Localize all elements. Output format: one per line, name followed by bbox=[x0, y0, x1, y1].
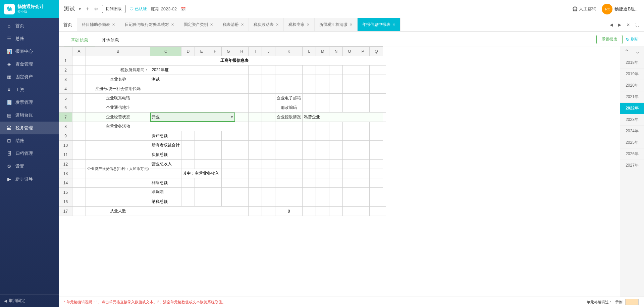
cell-12-l[interactable] bbox=[303, 160, 316, 169]
cell-7-b[interactable]: 企业经营状态 bbox=[86, 113, 150, 122]
cell-2-o[interactable] bbox=[356, 65, 370, 75]
col-header-n[interactable]: N bbox=[329, 47, 343, 56]
tab-close-aux[interactable]: ✕ bbox=[112, 23, 115, 27]
cell-4-m[interactable] bbox=[329, 84, 343, 94]
cell-10-q[interactable] bbox=[370, 141, 383, 150]
cell-14-o[interactable] bbox=[343, 178, 356, 188]
cell-2-p[interactable] bbox=[370, 65, 383, 75]
row-num-3[interactable]: 3 bbox=[59, 75, 72, 84]
cell-10-p[interactable] bbox=[356, 141, 370, 150]
cell-17-q[interactable] bbox=[383, 207, 386, 216]
row-num-14[interactable]: 14 bbox=[59, 178, 72, 188]
cell-3-k[interactable] bbox=[303, 75, 316, 84]
tab-prev-button[interactable]: ◀ bbox=[608, 21, 615, 29]
cell-5-k[interactable] bbox=[303, 94, 316, 103]
cell-4-k[interactable] bbox=[303, 84, 316, 94]
cell-11-f[interactable] bbox=[208, 150, 222, 160]
cell-7-k[interactable]: 私营企业 bbox=[303, 113, 383, 122]
cell-1-a[interactable] bbox=[72, 56, 86, 65]
cell-16-m[interactable] bbox=[316, 197, 329, 207]
cell-6-c[interactable] bbox=[150, 103, 235, 113]
cell-14-d[interactable] bbox=[181, 178, 195, 188]
cell-9-i[interactable] bbox=[249, 131, 262, 141]
cell-1-title[interactable]: 工商年报信息表 bbox=[86, 56, 383, 65]
cell-15-o[interactable] bbox=[343, 188, 356, 197]
cell-13-g[interactable] bbox=[222, 169, 235, 178]
cell-4-c[interactable] bbox=[150, 84, 235, 94]
cell-7-i[interactable] bbox=[262, 113, 275, 122]
cell-12-f[interactable] bbox=[208, 160, 222, 169]
year-item-2019[interactable]: 2019年 bbox=[620, 69, 644, 80]
row-num-4[interactable]: 4 bbox=[59, 84, 72, 94]
cell-6-q[interactable] bbox=[383, 103, 386, 113]
cell-2-k[interactable] bbox=[303, 65, 316, 75]
cell-12-e[interactable] bbox=[195, 160, 208, 169]
cell-8-q[interactable] bbox=[383, 122, 386, 131]
cell-15-h[interactable] bbox=[235, 188, 249, 197]
col-header-m[interactable]: M bbox=[316, 47, 329, 56]
cell-11-g[interactable] bbox=[222, 150, 235, 160]
cell-14-n[interactable] bbox=[329, 178, 343, 188]
cell-6-p[interactable] bbox=[370, 103, 383, 113]
cell-12-c[interactable]: 营业总收入 bbox=[150, 160, 181, 169]
refresh-button[interactable]: ↻ 刷新 bbox=[626, 37, 639, 42]
cell-17-h[interactable] bbox=[249, 207, 262, 216]
cell-15-m[interactable] bbox=[316, 188, 329, 197]
cell-6-g[interactable] bbox=[235, 103, 249, 113]
row-num-9[interactable]: 9 bbox=[59, 131, 72, 141]
cell-9-g[interactable] bbox=[222, 131, 235, 141]
sidebar-item-close[interactable]: ⊟ 结账 bbox=[0, 134, 59, 147]
col-header-l[interactable]: L bbox=[303, 47, 316, 56]
cell-9-a[interactable] bbox=[72, 131, 86, 141]
cell-10-e[interactable] bbox=[195, 141, 208, 150]
cell-14-g[interactable] bbox=[222, 178, 235, 188]
sidebar-item-settings[interactable]: ⚙ 设置 bbox=[0, 160, 59, 173]
cell-10-h[interactable] bbox=[235, 141, 249, 150]
calendar-icon[interactable]: 📅 bbox=[181, 7, 186, 11]
cell-8-m[interactable] bbox=[329, 122, 343, 131]
row-num-10[interactable]: 10 bbox=[59, 141, 72, 150]
cell-11-b[interactable] bbox=[86, 150, 150, 160]
cell-14-a[interactable] bbox=[72, 178, 86, 188]
tab-close-income[interactable]: ✕ bbox=[350, 23, 353, 27]
cell-4-l[interactable] bbox=[316, 84, 329, 94]
cell-10-i[interactable] bbox=[249, 141, 262, 150]
cell-11-k[interactable] bbox=[275, 150, 303, 160]
cell-4-p[interactable] bbox=[370, 84, 383, 94]
cell-14-q[interactable] bbox=[370, 178, 383, 188]
cell-4-a[interactable] bbox=[72, 84, 86, 94]
user-menu[interactable]: Rit 畅捷通B组... bbox=[602, 4, 639, 14]
cell-17-g[interactable] bbox=[235, 207, 249, 216]
cell-12-q[interactable] bbox=[370, 160, 383, 169]
unpin-button[interactable]: ◀ 取消固定 bbox=[0, 294, 59, 307]
cell-5-m[interactable] bbox=[329, 94, 343, 103]
cell-6-o[interactable] bbox=[356, 103, 370, 113]
tab-expand-button[interactable]: ⛶ bbox=[633, 21, 641, 29]
cell-2-q[interactable] bbox=[383, 65, 386, 75]
service-button[interactable]: 🎧 人工咨询 bbox=[572, 6, 596, 12]
cell-6-b[interactable]: 企业通信地址 bbox=[86, 103, 150, 113]
cell-12-j[interactable] bbox=[262, 160, 275, 169]
cell-17-n[interactable] bbox=[343, 207, 356, 216]
cell-3-h[interactable] bbox=[249, 75, 262, 84]
year-item-2023[interactable]: 2023年 bbox=[620, 114, 644, 126]
cell-13-o[interactable] bbox=[343, 169, 356, 178]
cell-2-l[interactable] bbox=[316, 65, 329, 75]
cell-15-j[interactable] bbox=[262, 188, 275, 197]
cell-17-l[interactable] bbox=[316, 207, 329, 216]
cell-16-g[interactable] bbox=[222, 197, 235, 207]
cell-3-c[interactable]: 测试 bbox=[150, 75, 235, 84]
tab-home[interactable]: 首页 bbox=[59, 18, 77, 31]
cell-16-k[interactable] bbox=[275, 197, 303, 207]
cell-11-i[interactable] bbox=[249, 150, 262, 160]
dropdown-business-status[interactable]: 开业 ▼ bbox=[152, 113, 233, 122]
cell-11-n[interactable] bbox=[329, 150, 343, 160]
col-header-b[interactable]: B bbox=[86, 47, 150, 56]
cell-16-o[interactable] bbox=[343, 197, 356, 207]
col-header-e[interactable]: E bbox=[195, 47, 208, 56]
cell-13-q[interactable] bbox=[370, 169, 383, 178]
cell-15-l[interactable] bbox=[303, 188, 316, 197]
cell-9-q[interactable] bbox=[370, 131, 383, 141]
cell-11-l[interactable] bbox=[303, 150, 316, 160]
cell-3-i[interactable] bbox=[262, 75, 275, 84]
